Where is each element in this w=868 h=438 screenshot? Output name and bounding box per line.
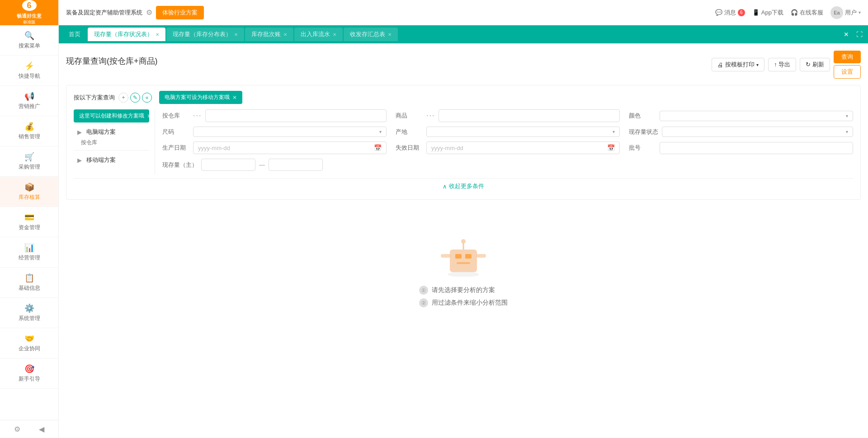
- warehouse-dots[interactable]: ···: [193, 112, 202, 120]
- expire-date-field: 失效日期 yyyy-mm-dd 📅: [396, 141, 620, 154]
- sidebar-label-stock: 库存核算: [19, 193, 40, 201]
- app-download-btn[interactable]: 📱 App下载: [752, 9, 783, 17]
- tab-home[interactable]: 首页: [62, 28, 87, 41]
- empty-steps: ① 请先选择要分析的方案 ② 用过滤条件来缩小分析范围: [419, 286, 508, 311]
- tooltip-2-container: 这里可以创建和修改方案哦 ✕: [74, 109, 149, 122]
- scheme-mobile-item[interactable]: ▶ 移动端方案: [74, 154, 149, 166]
- tab-batch-close[interactable]: ✕: [283, 32, 287, 37]
- stock-max-input[interactable]: [269, 159, 323, 171]
- scheme-sub-item[interactable]: 按仓库: [74, 139, 149, 146]
- filter-row-2: 尺码 ▾ 产地 ▾: [162, 127, 853, 137]
- warehouse-input[interactable]: [205, 109, 387, 122]
- sidebar-item-basic[interactable]: 📋 基础信息: [0, 268, 58, 298]
- tab-batch[interactable]: 库存批次账 ✕: [245, 28, 293, 41]
- logo: 6 畅通好生意 标准版: [0, 0, 58, 25]
- empty-icon: [436, 227, 491, 277]
- close-all-tabs-btn[interactable]: ✕: [842, 29, 851, 40]
- divider: [74, 150, 149, 151]
- sidebar-settings-btn[interactable]: ⚙: [14, 425, 20, 433]
- sidebar-label-finance: 资金管理: [19, 224, 40, 231]
- edit-scheme-btn[interactable]: ✎: [130, 93, 140, 103]
- marketing-icon: 📢: [24, 91, 34, 101]
- message-btn[interactable]: 💬 消息 6: [715, 9, 745, 17]
- origin-select[interactable]: ▾: [426, 127, 620, 137]
- tab-stock-status[interactable]: 现存量（库存状况表） ✕: [88, 28, 165, 41]
- svg-rect-0: [450, 250, 477, 272]
- gear-icon[interactable]: ⚙: [146, 8, 152, 17]
- industry-btn[interactable]: 体验行业方案: [156, 6, 204, 19]
- tab-receive-label: 收发存汇总表: [350, 30, 385, 38]
- query-btn[interactable]: 查询: [834, 51, 861, 63]
- svg-rect-2: [465, 254, 472, 259]
- tab-in-out-close[interactable]: ✕: [333, 32, 336, 37]
- tooltip-1-close[interactable]: ✕: [232, 94, 237, 101]
- company-icon: 🤝: [24, 334, 34, 344]
- size-chevron-icon: ▾: [379, 129, 382, 134]
- sidebar-collapse-btn[interactable]: ◀: [39, 425, 44, 433]
- online-support-btn[interactable]: 🎧 在线客服: [791, 9, 823, 17]
- sidebar-item-guide[interactable]: 🎯 新手引导: [0, 358, 58, 389]
- tooltip-desktop-scheme: 电脑方案可设为移动方案哦 ✕: [159, 91, 242, 104]
- sidebar-bottom: ⚙ ◀: [0, 420, 58, 438]
- filter-label: 按以下方案查询: [74, 94, 115, 102]
- sidebar-nav: 🔍 搜索菜单 ⚡ 快捷导航 📢 营销推广 💰 销售管理 🛒 采购管理 📦 库存核…: [0, 25, 58, 420]
- collapse-btn[interactable]: ∧ 收起更多条件: [74, 178, 853, 194]
- finance-icon: 💳: [24, 212, 34, 222]
- sidebar-label-operation: 经营管理: [19, 254, 40, 262]
- sidebar-item-operation[interactable]: 📊 经营管理: [0, 237, 58, 268]
- scheme-mobile-arrow: ▶: [77, 157, 82, 164]
- empty-step-1: ① 请先选择要分析的方案: [419, 286, 508, 295]
- tab-receive-close[interactable]: ✕: [388, 32, 392, 37]
- filter-row-4: 现存量（主） —: [162, 159, 853, 171]
- tab-in-out[interactable]: 出入库流水 ✕: [294, 28, 343, 41]
- tab-receive[interactable]: 收发存汇总表 ✕: [344, 28, 398, 41]
- tab-stock-dist-close[interactable]: ✕: [234, 32, 238, 37]
- stock-status-label: 现存量状态: [629, 128, 658, 136]
- refresh-btn[interactable]: ↻ 刷新: [800, 58, 830, 71]
- sidebar-item-system[interactable]: ⚙️ 系统管理: [0, 298, 58, 328]
- sidebar-label-marketing: 营销推广: [19, 103, 40, 110]
- scheme-desktop-item[interactable]: ▶ 电脑端方案: [74, 126, 149, 138]
- goods-field: 商品 ···: [396, 109, 620, 122]
- warehouse-label: 按仓库: [162, 112, 189, 120]
- produce-date-input[interactable]: yyyy-mm-dd 📅: [193, 141, 387, 154]
- produce-cal-icon: 📅: [374, 144, 382, 151]
- tooltip-2-close[interactable]: ✕: [147, 113, 151, 119]
- online-support-label: 在线客服: [800, 9, 823, 17]
- stock-status-select[interactable]: ▾: [662, 127, 853, 137]
- maximize-btn[interactable]: ⛶: [854, 29, 864, 40]
- sidebar-item-stock[interactable]: 📦 库存核算: [0, 177, 58, 207]
- sidebar-item-purchase[interactable]: 🛒 采购管理: [0, 146, 58, 177]
- sidebar-item-marketing[interactable]: 📢 营销推广: [0, 86, 58, 116]
- sidebar: 6 畅通好生意 标准版 🔍 搜索菜单 ⚡ 快捷导航 📢 营销推广 💰 销售管理 …: [0, 0, 59, 438]
- sidebar-item-quick[interactable]: ⚡ 快捷导航: [0, 56, 58, 86]
- filter-left-panel: 这里可以创建和修改方案哦 ✕ ▶ 电脑端方案 按仓库: [74, 109, 155, 174]
- sidebar-item-company[interactable]: 🤝 企业协同: [0, 328, 58, 358]
- size-field: 尺码 ▾: [162, 127, 387, 137]
- origin-chevron-icon: ▾: [613, 129, 615, 134]
- stock-min-input[interactable]: [201, 159, 255, 171]
- message-icon: 💬: [715, 9, 722, 16]
- sales-icon: 💰: [24, 122, 34, 132]
- back-btn[interactable]: «: [142, 93, 152, 103]
- expire-date-input[interactable]: yyyy-mm-dd 📅: [426, 141, 620, 154]
- page-content: 现存量查询(按仓库+商品) 🖨 按模板打印 ▾ ↑ 导出 ↻ 刷新 查询 设置: [59, 43, 868, 438]
- goods-input[interactable]: [439, 109, 620, 122]
- export-btn[interactable]: ↑ 导出: [768, 58, 796, 71]
- template-print-btn[interactable]: 🖨 按模板打印 ▾: [712, 58, 764, 71]
- sidebar-item-search[interactable]: 🔍 搜索菜单: [0, 25, 58, 56]
- color-select[interactable]: ▾: [660, 111, 853, 121]
- size-select[interactable]: ▾: [193, 127, 387, 137]
- quick-icon: ⚡: [24, 61, 34, 71]
- tab-stock-dist[interactable]: 现存量（库存分布表） ✕: [166, 28, 244, 41]
- user-area[interactable]: Ea 用户 ▾: [830, 6, 861, 19]
- batch-input[interactable]: [660, 142, 853, 154]
- tab-stock-status-close[interactable]: ✕: [156, 32, 159, 37]
- goods-dots[interactable]: ···: [426, 112, 435, 120]
- add-scheme-btn[interactable]: ＋: [118, 93, 128, 103]
- system-title: 装备及固定资产辅助管理系统: [66, 9, 142, 17]
- sidebar-item-finance[interactable]: 💳 资金管理: [0, 207, 58, 237]
- system-icon: ⚙️: [24, 303, 34, 313]
- setting-btn[interactable]: 设置: [834, 65, 861, 79]
- sidebar-item-sales[interactable]: 💰 销售管理: [0, 116, 58, 146]
